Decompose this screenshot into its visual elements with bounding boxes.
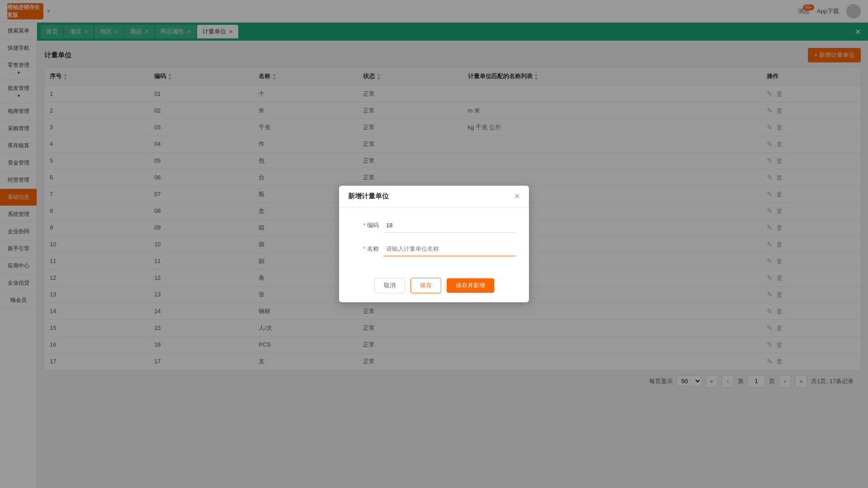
form-row-code: 编码: [352, 218, 516, 233]
modal-header: 新增计量单位 ✕: [339, 186, 529, 207]
modal-footer: 取消 保存 保存并新增: [339, 272, 529, 302]
modal-body: 编码 名称: [339, 207, 529, 272]
save-and-new-button[interactable]: 保存并新增: [447, 278, 494, 293]
modal-dialog: 新增计量单位 ✕ 编码 名称 取消 保存 保存并新增: [339, 186, 529, 302]
modal-close-button[interactable]: ✕: [514, 193, 520, 200]
cancel-button[interactable]: 取消: [374, 278, 405, 293]
form-row-name: 名称: [352, 242, 516, 256]
code-label: 编码: [352, 221, 379, 230]
code-input[interactable]: [383, 218, 516, 233]
modal-title: 新增计量单位: [348, 192, 389, 201]
name-input[interactable]: [383, 242, 516, 256]
save-button[interactable]: 保存: [410, 278, 441, 293]
name-label: 名称: [352, 245, 379, 253]
modal-overlay[interactable]: 新增计量单位 ✕ 编码 名称 取消 保存 保存并新增: [0, 0, 868, 488]
